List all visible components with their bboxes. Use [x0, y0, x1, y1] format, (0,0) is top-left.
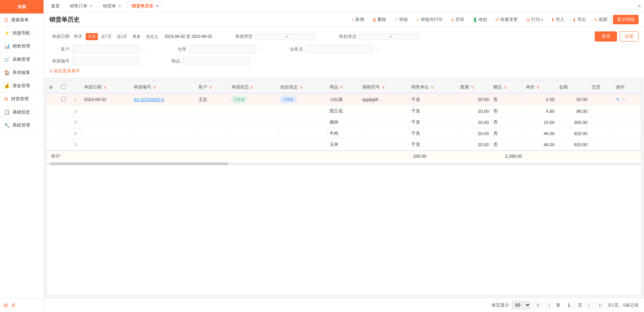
sidebar-item-search-menu[interactable]: ☰ 搜索菜单 — [0, 14, 44, 27]
salesperson-ellipsis[interactable]: ... — [376, 47, 379, 52]
more-action-icon[interactable]: ⋯ — [622, 97, 626, 102]
sys-mgmt-icon: 🔧 — [4, 123, 10, 128]
doc-number-link[interactable]: SA-20230602-0 — [134, 97, 164, 102]
select-all-checkbox[interactable] — [61, 84, 66, 89]
date-chip-more[interactable]: 更多 — [131, 33, 143, 40]
abandon-button[interactable]: ✕ 弃审 — [448, 15, 467, 24]
col-payment-status[interactable]: 收款状态 ⇅ — [278, 81, 327, 93]
sidebar-item-finance-mgmt[interactable]: 💰 资金管理 — [0, 79, 44, 93]
cell-qty: 20.00 — [458, 117, 491, 128]
refresh-button[interactable]: ↻ 刷新 — [591, 15, 610, 24]
sidebar-item-sys-mgmt[interactable]: 🔧 系统管理 — [0, 119, 44, 132]
sidebar-item-purchase-mgmt[interactable]: 🛒 采购管理 — [0, 53, 44, 66]
sidebar-item-label: 资金管理 — [12, 83, 30, 89]
audit-print-button[interactable]: ✓ 审核并打印 — [413, 15, 445, 24]
goods-ellipsis[interactable]: ... — [253, 59, 256, 63]
col-qty[interactable]: 数量 ⇅ — [458, 81, 491, 93]
collapse-icon[interactable]: ⏸ — [11, 302, 16, 309]
sidebar-item-sales-mgmt[interactable]: 📊 销售管理 — [0, 40, 44, 53]
col-customer[interactable]: 客户 ⇅ — [196, 81, 229, 93]
row-gear — [47, 106, 59, 117]
collect-button[interactable]: 💲 收款 — [470, 15, 490, 24]
doc-number-input[interactable] — [72, 57, 140, 65]
goods-group: 商品 ... — [160, 57, 256, 65]
sales-mgmt-icon: 📊 — [4, 44, 10, 49]
cell-payment-status — [278, 128, 327, 139]
col-goods[interactable]: 商品 ⇅ — [327, 81, 360, 93]
cell-unit-price: 46.00 — [524, 139, 557, 150]
tab-sales-order[interactable]: 销售订单 ✕ — [65, 1, 97, 10]
edit-action-icon[interactable]: ✎ — [616, 97, 620, 102]
data-table: ⚙ 单据日期 ⇅ 单据编号 ⇅ 客户 ⇅ 单据状态 ⇅ 收款状态 ⇅ 商品 ⇅ … — [47, 81, 641, 150]
date-chip-today[interactable]: 今天 — [86, 33, 98, 40]
ops-mgmt-icon: ⚙ — [4, 96, 8, 102]
row-checkbox[interactable] — [61, 97, 66, 101]
sidebar-item-label: 库存核算 — [12, 70, 30, 76]
doc-type-select[interactable]: ▾ — [255, 33, 316, 40]
cell-unit-price: 15.00 — [524, 117, 557, 128]
salesperson-input[interactable] — [306, 45, 373, 53]
date-chip-1month[interactable]: 近1月 — [115, 33, 130, 40]
date-chip-custom[interactable]: 自定义 — [144, 33, 160, 40]
sidebar-item-inventory[interactable]: 🏠 库存核算 — [0, 66, 44, 79]
delete-button[interactable]: 🗑 删除 — [369, 15, 389, 24]
payment-status-chevron-icon: ▾ — [390, 35, 417, 38]
customer-ellipsis[interactable]: ... — [142, 47, 146, 52]
cell-doc-number — [131, 128, 196, 139]
col-checkbox[interactable] — [59, 81, 69, 93]
col-unit-price[interactable]: 单价 ⇅ — [524, 81, 557, 93]
table-totals: 合计: 100.00 2,286.00 — [47, 150, 641, 161]
date-chip-yesterday[interactable]: 昨天 — [72, 33, 84, 40]
batch-change-button[interactable]: ⟳ 批量变更 — [493, 15, 521, 24]
tab-sales-history-close[interactable]: ✕ — [156, 4, 159, 8]
import-button[interactable]: ⬆ 导入 — [548, 15, 567, 24]
table-row: 2 西兰花 千克 20.00 否 4.80 96.00 — [47, 106, 641, 117]
col-amount[interactable]: 金额 — [557, 81, 590, 93]
table-row: 4 牛肉 千克 20.00 否 46.00 920.00 — [47, 128, 641, 139]
row-gear — [47, 117, 59, 128]
first-page-button[interactable]: ⟨⟨ — [533, 302, 543, 309]
warehouse-input[interactable] — [189, 45, 256, 53]
col-unit[interactable]: 销售单位 ⇅ — [409, 81, 458, 93]
new-button[interactable]: + 新增 — [349, 15, 367, 24]
row-num: 4 — [69, 128, 82, 139]
sidebar-item-quick-nav[interactable]: ⚡ 快捷导航 — [0, 27, 44, 40]
refresh-icon: ↻ — [594, 17, 598, 22]
cell-actions — [614, 128, 641, 139]
date-chip-7days[interactable]: 近7天 — [99, 33, 114, 40]
col-gift[interactable]: 赠品 ⇅ — [491, 81, 524, 93]
tab-sales-delivery-close[interactable]: ✕ — [118, 4, 121, 8]
last-page-button[interactable]: ⟩⟩ — [595, 302, 605, 309]
sort-unit-price-icon: ⇅ — [537, 85, 539, 89]
show-detail-button[interactable]: 显示明细 — [613, 15, 639, 24]
print-icon: 🖨 — [526, 17, 530, 22]
query-button[interactable]: 查询 — [595, 31, 617, 42]
goods-input[interactable] — [183, 57, 250, 65]
filter-settings-button[interactable]: 设置 — [620, 31, 639, 42]
customer-input[interactable] — [72, 45, 140, 53]
col-gear[interactable]: ⚙ — [47, 81, 59, 93]
warehouse-ellipsis[interactable]: ... — [259, 47, 262, 52]
print-button[interactable]: 🖨 打印 ▾ — [523, 15, 545, 24]
settings-bottom-icon[interactable]: ⚙ — [3, 302, 8, 309]
payment-status-select[interactable]: ▾ — [359, 33, 420, 40]
collapse-button[interactable]: ∧ 收起更多条件 — [49, 68, 639, 74]
export-button[interactable]: ⬇ 导出 — [570, 15, 589, 24]
sidebar-item-ops-mgmt[interactable]: ⚙ 经营管理 — [0, 93, 44, 106]
audit-button[interactable]: ✓ 审核 — [392, 15, 411, 24]
next-page-button[interactable]: ⟩ — [585, 302, 593, 309]
print-chevron-icon: ▾ — [541, 18, 543, 22]
sidebar-item-basic-info[interactable]: 📋 基础信息 — [0, 106, 44, 119]
tab-sales-order-close[interactable]: ✕ — [89, 4, 93, 8]
tab-sales-delivery[interactable]: 销货单 ✕ — [99, 1, 126, 10]
col-doc-number[interactable]: 单据编号 ⇅ — [131, 81, 196, 93]
prev-page-button[interactable]: ⟨ — [545, 302, 553, 309]
col-doc-date[interactable]: 单据日期 ⇅ — [82, 81, 131, 93]
window-close-icon[interactable]: ✕ — [637, 3, 641, 9]
col-spec[interactable]: 规格型号 ⇅ — [360, 81, 409, 93]
tab-home[interactable]: 首页 — [47, 1, 64, 10]
page-number-input[interactable] — [563, 302, 575, 309]
col-doc-status[interactable]: 单据状态 ⇅ — [229, 81, 278, 93]
tab-sales-history[interactable]: 销货单历史 ✕ — [127, 1, 163, 10]
per-page-select[interactable]: 50 100 200 — [512, 301, 531, 309]
